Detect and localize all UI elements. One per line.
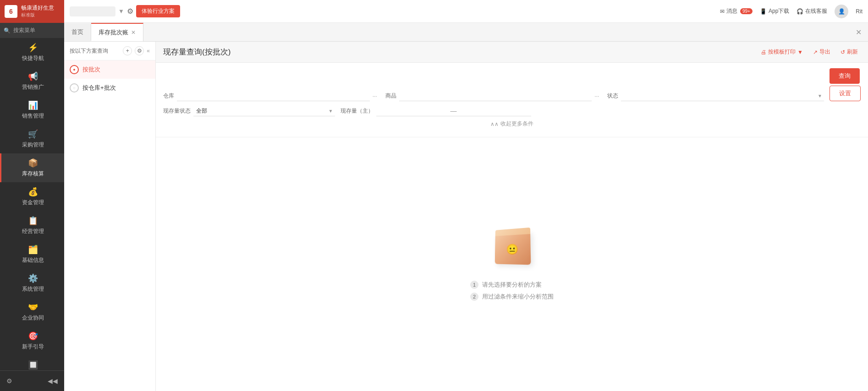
left-scheme-panel: 按以下方案查询 + ⚙ « ● 按批次 ○ 按仓库+批次 xyxy=(64,42,156,391)
collapse-left-panel-btn[interactable]: « xyxy=(147,48,150,54)
finance-label: 资金管理 xyxy=(22,199,44,206)
tab-inventory-batch-label: 库存批次账 xyxy=(99,28,128,37)
left-panel-actions: + ⚙ « xyxy=(123,46,150,55)
newcomer-label: 新手引导 xyxy=(22,343,44,351)
refresh-btn[interactable]: ↺ 刷新 xyxy=(838,46,861,58)
hint-text-1: 请先选择要分析的方案 xyxy=(482,281,542,289)
sidebar-item-sales[interactable]: 📊 销售管理 xyxy=(0,96,64,125)
sidebar-item-marketing[interactable]: 📢 营销推广 xyxy=(0,67,64,96)
status-filter: 状态 全部 ▼ xyxy=(607,91,824,101)
experience-btn[interactable]: 体验行业方案 xyxy=(136,5,180,17)
stock-status-select[interactable]: 全部 有库存 无库存 xyxy=(193,106,335,116)
topbar-gear-icon[interactable]: ⚙ xyxy=(127,7,133,16)
quick-nav-icon: ⚡ xyxy=(28,43,38,53)
tab-inventory-batch-close[interactable]: ✕ xyxy=(131,29,136,36)
sales-label: 销售管理 xyxy=(22,112,44,120)
purchase-icon: 🛒 xyxy=(28,129,38,139)
content-area: 按以下方案查询 + ⚙ « ● 按批次 ○ 按仓库+批次 现存量查询(按批次) xyxy=(64,42,868,391)
sidebar-header: 6 畅康通好生意 标准版 xyxy=(0,0,64,23)
basic-icon: 🗂️ xyxy=(28,244,38,255)
product-input[interactable] xyxy=(399,91,592,101)
topbar-message[interactable]: ✉ 消息 99+ xyxy=(720,7,753,15)
scheme-settings-btn[interactable]: ⚙ xyxy=(135,46,144,55)
scheme-by-batch[interactable]: ● 按批次 xyxy=(64,60,155,79)
stock-main-from[interactable] xyxy=(376,106,449,116)
sidebar-item-app-center[interactable]: 🔲 应用中心 xyxy=(0,355,64,370)
sidebar-item-basic[interactable]: 🗂️ 基础信息 xyxy=(0,240,64,269)
query-btn[interactable]: 查询 xyxy=(830,68,860,84)
enterprise-label: 企业协同 xyxy=(22,314,44,322)
scheme-by-warehouse-batch-icon: ○ xyxy=(70,83,79,92)
operations-icon: 📋 xyxy=(28,216,38,226)
empty-face: 😐 xyxy=(506,243,518,255)
app-name: 畅康通好生意 xyxy=(21,5,54,12)
warehouse-more-btn[interactable]: ··· xyxy=(370,92,380,100)
sidebar-item-quick-nav[interactable]: ⚡ 快捷导航 xyxy=(0,38,64,67)
stock-main-sep: — xyxy=(450,107,457,114)
empty-hint-2: 2 用过滤条件来缩小分析范围 xyxy=(470,293,554,301)
quick-nav-label: 快捷导航 xyxy=(22,54,44,62)
stock-status-filter: 现存量状态 全部 有库存 无库存 ▼ xyxy=(163,106,335,116)
sidebar-item-system[interactable]: ⚙️ 系统管理 xyxy=(0,269,64,298)
topbar-search-input[interactable] xyxy=(70,6,115,16)
service-icon: 🎧 xyxy=(797,8,803,15)
collapse-btn-label: 收起更多条件 xyxy=(500,120,533,128)
stock-main-label: 现存量（主） xyxy=(341,107,374,115)
warehouse-label: 仓库 xyxy=(163,92,174,100)
topbar: ▼ ⚙ 体验行业方案 ✉ 消息 99+ 📱 App下载 🎧 在线客服 👤 Rit xyxy=(64,0,868,23)
empty-illustration: 😐 xyxy=(484,228,539,273)
message-badge: 99+ xyxy=(740,8,753,14)
sidebar: 6 畅康通好生意 标准版 🔍 搜索菜单 ⚡ 快捷导航 📢 营销推广 📊 销售管理… xyxy=(0,0,64,391)
sidebar-item-operations[interactable]: 📋 经营管理 xyxy=(0,211,64,240)
username[interactable]: Rit xyxy=(856,8,863,15)
topbar-right: ✉ 消息 99+ 📱 App下载 🎧 在线客服 👤 Rit xyxy=(720,5,863,18)
scheme-by-warehouse-batch[interactable]: ○ 按仓库+批次 xyxy=(64,79,155,97)
left-panel-title: 按以下方案查询 xyxy=(70,47,108,55)
product-label: 商品 xyxy=(385,92,396,100)
settings-footer-btn[interactable]: ⚙ xyxy=(5,375,14,386)
sidebar-item-inventory[interactable]: 📦 库存核算 xyxy=(0,153,64,182)
stock-main-range: — xyxy=(376,106,531,116)
tab-inventory-batch[interactable]: 库存批次账 ✕ xyxy=(91,23,143,41)
sidebar-item-enterprise[interactable]: 🤝 企业协同 xyxy=(0,298,64,326)
stock-main-to[interactable] xyxy=(459,106,531,116)
stock-status-label: 现存量状态 xyxy=(163,107,191,115)
user-avatar[interactable]: 👤 xyxy=(835,5,848,18)
status-select[interactable]: 全部 xyxy=(621,91,824,101)
search-menu-label: 搜索菜单 xyxy=(13,27,35,34)
filter-settings-btn[interactable]: 设置 xyxy=(830,86,861,101)
export-icon: ↗ xyxy=(813,49,818,55)
search-menu-item[interactable]: 🔍 搜索菜单 xyxy=(0,23,64,38)
app-center-icon: 🔲 xyxy=(28,360,38,370)
collapse-more-conditions-btn[interactable]: ∧∧ 收起更多条件 xyxy=(163,116,861,131)
topbar-dropdown-arrow[interactable]: ▼ xyxy=(118,8,124,15)
status-select-wrapper: 全部 ▼ xyxy=(621,91,824,101)
topbar-app-download[interactable]: 📱 App下载 xyxy=(760,7,789,15)
topbar-breadcrumb: ▼ ⚙ 体验行业方案 xyxy=(70,5,715,17)
warehouse-input[interactable] xyxy=(177,91,370,101)
sidebar-item-newcomer[interactable]: 🎯 新手引导 xyxy=(0,326,64,355)
app-download-label: App下载 xyxy=(769,7,789,15)
product-more-btn[interactable]: ··· xyxy=(592,92,602,100)
scheme-by-batch-label: 按批次 xyxy=(82,65,100,74)
message-label: 消息 xyxy=(726,7,737,15)
sidebar-item-finance[interactable]: 💰 资金管理 xyxy=(0,182,64,211)
add-scheme-btn[interactable]: + xyxy=(123,46,132,55)
empty-box: 😐 xyxy=(495,231,531,265)
print-template-btn[interactable]: 🖨 按模板打印 ▼ xyxy=(758,46,806,58)
topbar-online-service[interactable]: 🎧 在线客服 xyxy=(797,7,827,15)
status-label: 状态 xyxy=(607,92,618,100)
app-logo: 6 xyxy=(5,5,17,18)
operations-label: 经营管理 xyxy=(22,228,44,235)
enterprise-icon: 🤝 xyxy=(28,302,38,312)
stock-main-filter: 现存量（主） — xyxy=(341,106,512,116)
collapse-sidebar-btn[interactable]: ◀◀ xyxy=(46,375,60,386)
scheme-by-batch-icon: ● xyxy=(70,65,79,74)
tabs-close-all-btn[interactable]: ✕ xyxy=(849,28,868,37)
export-btn[interactable]: ↗ 导出 xyxy=(810,46,833,58)
sales-icon: 📊 xyxy=(28,100,38,110)
sidebar-item-purchase[interactable]: 🛒 采购管理 xyxy=(0,125,64,153)
tab-home[interactable]: 首页 xyxy=(64,23,91,41)
print-icon: 🖨 xyxy=(761,49,766,55)
empty-state: 😐 1 请先选择要分析的方案 2 用过滤条件来缩小分析范围 xyxy=(156,137,868,391)
